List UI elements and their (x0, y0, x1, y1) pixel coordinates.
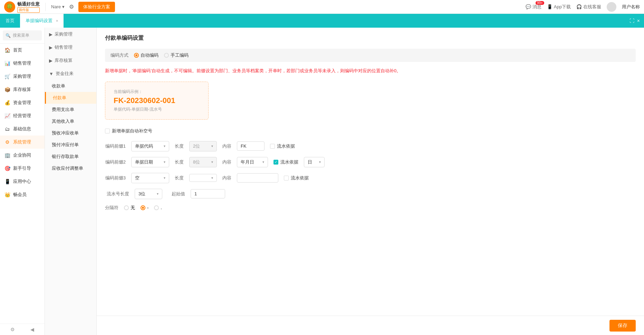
sub-group-inventory: ▶ 库存核算 (45, 54, 96, 67)
auto-fill-checkbox[interactable]: 新增单据自动补空号 (105, 128, 636, 134)
waterfall-2-unit-select[interactable]: 日 ▾ (304, 157, 325, 167)
message-icon: 💬 (526, 4, 531, 9)
sidebar-item-inventory[interactable]: 📦 库存核算 (0, 83, 45, 96)
sidebar-item-basic[interactable]: 🗂 基础信息 (0, 122, 45, 136)
content-3-label: 内容 (222, 175, 231, 181)
app-download-button[interactable]: 📱 App下载 (547, 4, 571, 10)
expand-icon[interactable]: ⛶ (629, 18, 634, 24)
waterfall-1-checkbox-box[interactable] (270, 144, 275, 149)
length-2-select[interactable]: 8位 ▾ (189, 157, 217, 167)
sep-none-option[interactable]: 无 (124, 205, 135, 211)
encoding-mode-section: 编码方式 自动编码 手工编码 (105, 49, 636, 62)
home-icon: 🏠 (4, 47, 10, 53)
prefix-1-select[interactable]: 单据代码 ▾ (131, 141, 169, 151)
waterfall-1-checkbox[interactable]: 流水依据 (270, 143, 295, 149)
content-3-input[interactable] (237, 173, 278, 183)
auto-encoding-radio[interactable] (134, 53, 139, 58)
waterfall-2-checkbox[interactable]: ✓ 流水依据 (273, 159, 298, 165)
tab-encoding[interactable]: 单据编码设置 × (20, 14, 64, 28)
chevron-icon: ▾ (319, 160, 321, 164)
sidebar-item-enterprise[interactable]: 🏢 企业协同 (0, 149, 45, 162)
online-service-button[interactable]: 🎧 在线客服 (576, 4, 601, 10)
auto-fill-checkbox-box[interactable] (105, 129, 110, 133)
sub-item-prepay-pay[interactable]: 预付冲应付单 (45, 139, 96, 151)
start-value-label: 起始值 (168, 191, 185, 197)
tab-home[interactable]: 首页 (0, 14, 20, 28)
logo-text: 畅通好生意 插件版 (17, 1, 40, 13)
sidebar-collapse-button[interactable]: ◀ (30, 327, 34, 332)
code-preview-desc: 单据代码-单据日期-流水号 (114, 106, 200, 112)
close-tab-action-icon[interactable]: × (637, 18, 640, 24)
sub-group-purchase: ▶ 采购管理 (45, 28, 96, 41)
chevron-icon: ▾ (164, 160, 165, 164)
message-button[interactable]: 💬 消息 99+ (526, 4, 541, 10)
sub-sidebar: ▶ 采购管理 ▶ 销售管理 ▶ 库存核算 ▼ 资金往来 收款单 付款单 费用支出… (45, 28, 97, 335)
sub-item-receipt[interactable]: 收款单 (45, 80, 96, 92)
prefix-2-select[interactable]: 单据日期 ▾ (131, 157, 169, 167)
sidebar-item-sales[interactable]: 📊 销售管理 (0, 57, 45, 70)
sub-group-sales-title[interactable]: ▶ 销售管理 (45, 41, 96, 54)
nav-tab-actions: ⛶ × (625, 18, 644, 24)
member-icon: 👑 (4, 192, 10, 197)
content-2-select[interactable]: 年月日 ▾ (237, 157, 268, 167)
sub-item-receivable-adj[interactable]: 应收应付调整单 (45, 162, 96, 174)
save-button[interactable]: 保存 (609, 320, 636, 332)
sep-none-radio[interactable] (124, 205, 129, 210)
sub-item-other-income[interactable]: 其他收入单 (45, 115, 96, 127)
waterfall-3-checkbox-box[interactable] (284, 176, 289, 180)
sidebar-settings-button[interactable]: ⚙ (10, 327, 15, 332)
sidebar-item-member[interactable]: 👑 畅会员 (0, 188, 45, 201)
sub-group-inventory-title[interactable]: ▶ 库存核算 (45, 54, 96, 67)
sub-group-capital: ▼ 资金往来 收款单 付款单 费用支出单 其他收入单 预收冲应收单 预付冲应付单… (45, 67, 96, 174)
nav-tabs: 首页 单据编码设置 × ⛶ × (0, 14, 644, 28)
serial-length-label: 流水号长度 (105, 191, 129, 197)
arrow-down-icon: ▼ (49, 71, 54, 76)
sub-item-bank-deposit[interactable]: 银行存取款单 (45, 151, 96, 162)
serial-length-select[interactable]: 3位 ▾ (135, 189, 162, 199)
waterfall-3-checkbox[interactable]: 流水依据 (284, 175, 309, 181)
trial-button[interactable]: 体验行业方案 (78, 2, 115, 12)
sep-dash-option[interactable]: - (141, 205, 148, 210)
inventory-icon: 📦 (4, 87, 10, 92)
search-menu-button[interactable]: 🔍 搜索菜单 (3, 30, 42, 40)
sep-dot-option[interactable]: . (154, 205, 162, 210)
top-bar-left: 🍀 畅通好生意 插件版 Nare ▾ ⚙ 体验行业方案 (4, 1, 115, 13)
waterfall-2-checkbox-box[interactable]: ✓ (273, 160, 278, 165)
enterprise-icon: 🏢 (4, 152, 10, 158)
sidebar-item-home[interactable]: 🏠 首页 (0, 44, 45, 57)
sidebar-item-guide[interactable]: 🎯 新手引导 (0, 162, 45, 175)
sub-item-prepay-receive[interactable]: 预收冲应收单 (45, 127, 96, 139)
sidebar-item-purchase[interactable]: 🛒 采购管理 (0, 70, 45, 83)
manual-encoding-option[interactable]: 手工编码 (164, 52, 189, 58)
sub-item-payment[interactable]: 付款单 (45, 92, 96, 104)
sub-group-purchase-title[interactable]: ▶ 采购管理 (45, 28, 96, 41)
company-selector[interactable]: Nare ▾ (51, 4, 65, 9)
message-badge: 99+ (536, 1, 544, 5)
sub-item-expense[interactable]: 费用支出单 (45, 104, 96, 115)
sidebar-search-section: 🔍 搜索菜单 (0, 28, 45, 44)
auto-encoding-option[interactable]: 自动编码 (134, 52, 158, 58)
chevron-icon: ▾ (164, 176, 165, 180)
chevron-icon: ▾ (164, 144, 165, 148)
sidebar-item-finance[interactable]: 💰 资金管理 (0, 96, 45, 109)
start-value-input[interactable] (191, 189, 225, 198)
sidebar-item-system[interactable]: ⚙ 系统管理 (0, 136, 45, 149)
divider (45, 3, 46, 11)
prefix-row-3: 编码前缀3 空 ▾ 长度 ▾ 内容 流水依据 (105, 173, 636, 183)
length-1-select[interactable]: 2位 ▾ (189, 141, 217, 151)
length-3-select[interactable]: ▾ (189, 174, 217, 182)
content-1-input[interactable] (237, 141, 265, 151)
sub-group-capital-title[interactable]: ▼ 资金往来 (45, 67, 96, 80)
sidebar-item-business[interactable]: 📈 经营管理 (0, 109, 45, 122)
content-1-label: 内容 (222, 143, 231, 149)
arrow-icon: ▶ (49, 58, 52, 63)
encoding-mode-label: 编码方式 (110, 52, 128, 58)
settings-icon[interactable]: ⚙ (67, 3, 76, 11)
user-avatar[interactable] (607, 2, 616, 12)
sep-dot-radio[interactable] (154, 205, 159, 210)
prefix-3-select[interactable]: 空 ▾ (131, 173, 169, 183)
manual-encoding-radio[interactable] (164, 53, 169, 58)
sep-dash-radio[interactable] (141, 205, 145, 210)
sidebar-item-apps[interactable]: 📱 应用中心 (0, 175, 45, 188)
tab-close-icon[interactable]: × (56, 19, 58, 23)
